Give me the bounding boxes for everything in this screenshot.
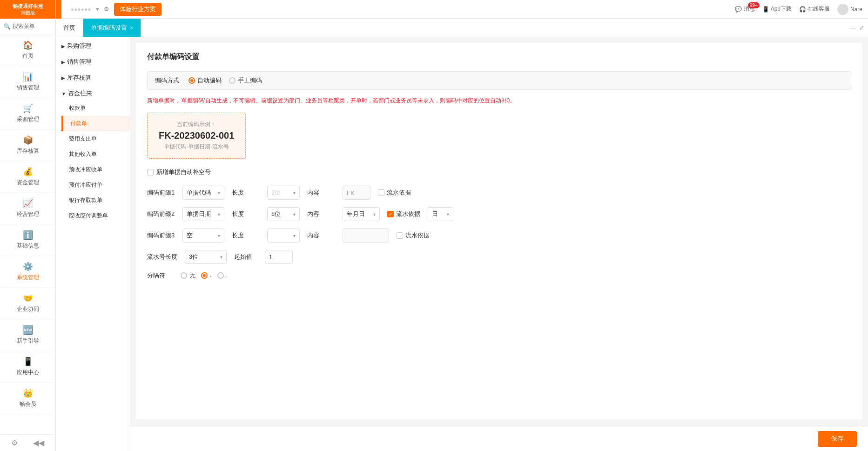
serial-row: 流水号长度 3位 ▾ 起始值 1 <box>147 250 851 264</box>
sub-item-other-income[interactable]: 其他收入单 <box>61 147 130 162</box>
sub-sidebar: ▶ 采购管理 ▶ 销售管理 ▶ 库存核算 ▼ 资金往来 收款单 付款单 费用支出… <box>56 37 130 451</box>
sub-item-expense[interactable]: 费用支出单 <box>61 131 130 147</box>
sidebar-item-member[interactable]: 👑 畅会员 <box>0 383 55 414</box>
auto-fill-checkbox[interactable] <box>147 169 154 175</box>
enterprise-icon: 🤝 <box>23 293 33 303</box>
sidebar-item-system[interactable]: ⚙️ 系统管理 <box>0 256 55 288</box>
sub-group-purchase[interactable]: ▶ 采购管理 <box>56 37 130 53</box>
content-select-2[interactable]: 年月日 ▾ <box>343 207 380 221</box>
waterfall-checkbox-2: ✓ <box>387 211 394 217</box>
prefix-row-2: 编码前缀2 单据日期 ▾ 长度 8位 ▾ 内容 年月日 ▾ ✓ 流水依据 日 ▾ <box>147 207 851 221</box>
sub-item-pre-recv[interactable]: 预收冲应收单 <box>61 162 130 177</box>
content-input-3 <box>343 229 389 242</box>
search-menu-btn[interactable]: 🔍 搜索菜单 <box>0 19 55 34</box>
waterfall-checkbox-3 <box>397 232 403 239</box>
auto-encode-radio-circle <box>188 77 195 84</box>
serial-length-select[interactable]: 3位 ▾ <box>185 250 227 264</box>
separator-none-radio[interactable]: 无 <box>181 271 195 280</box>
waterfall-check-3[interactable]: 流水依据 <box>397 231 430 240</box>
waterfall-unit-select[interactable]: 日 ▾ <box>428 207 453 221</box>
chevron-down-icon: ▾ <box>218 233 220 238</box>
chevron-down-icon: ▾ <box>218 190 220 195</box>
auto-encode-radio[interactable]: 自动编码 <box>188 76 222 85</box>
chevron-down-icon: ▾ <box>293 233 296 238</box>
sub-group-inventory[interactable]: ▶ 库存核算 <box>56 69 130 85</box>
sub-group-capital[interactable]: ▼ 资金往来 <box>56 85 130 101</box>
collapse-arrow-icon: ▼ <box>61 91 66 96</box>
start-value-input[interactable]: 1 <box>265 250 293 264</box>
online-service-btn[interactable]: 🎧 在线客服 <box>799 5 830 13</box>
app-download-btn[interactable]: 📱 App下载 <box>762 5 792 13</box>
waterfall-checkbox-1 <box>378 189 384 196</box>
sub-item-receipt[interactable]: 收款单 <box>61 101 130 116</box>
collapse-icon[interactable]: ◀◀ <box>33 438 44 447</box>
sales-icon: 📊 <box>23 72 33 82</box>
minimize-icon[interactable]: — <box>849 24 855 31</box>
main-content: 付款单编码设置 编码方式 自动编码 手工编码 新增单据时，'单据编码'自动生成，… <box>130 37 868 451</box>
sidebar-item-home[interactable]: 🏠 首页 <box>0 34 55 66</box>
member-icon: 👑 <box>23 388 33 398</box>
manual-encode-radio[interactable]: 手工编码 <box>229 76 262 85</box>
prefix-select-3[interactable]: 空 ▾ <box>182 229 224 242</box>
sidebar-logo: 畅捷通好生意 插图版 <box>0 0 55 19</box>
experience-btn[interactable]: 体验行业方案 <box>114 3 161 16</box>
separator-dot2-radio[interactable]: · <box>217 272 228 279</box>
sidebar-item-sales[interactable]: 📊 销售管理 <box>0 66 55 98</box>
user-avatar[interactable]: Nare <box>837 4 862 15</box>
chevron-down-icon: ▾ <box>293 190 296 195</box>
settings-bottom-icon[interactable]: ⚙ <box>11 438 18 447</box>
chevron-down-icon: ▾ <box>373 212 376 217</box>
preview-desc: 单据代码-单据日期-流水号 <box>159 143 234 151</box>
preview-code: FK-20230602-001 <box>159 130 234 141</box>
sidebar-item-apps[interactable]: 📱 应用中心 <box>0 351 55 383</box>
content-label-2: 内容 <box>307 210 335 218</box>
separator-none-circle <box>181 272 187 279</box>
sub-item-payment[interactable]: 付款单 <box>61 116 130 131</box>
length-select-1[interactable]: 2位 ▾ <box>267 186 300 200</box>
settings-icon[interactable]: ⚙ <box>104 6 109 13</box>
search-icon: 🔍 <box>4 23 11 30</box>
separator-dot-circle <box>201 272 208 279</box>
save-button[interactable]: 保存 <box>818 431 857 447</box>
sidebar-item-purchase[interactable]: 🛒 采购管理 <box>0 98 55 129</box>
sidebar-item-operation[interactable]: 📈 经营管理 <box>0 193 55 224</box>
prefix-label-3: 编码前缀3 <box>147 231 175 240</box>
tab-actions: — ⤢ <box>846 19 868 37</box>
sidebar-item-finance[interactable]: 💰 资金管理 <box>0 161 55 193</box>
tab-home[interactable]: 首页 <box>56 19 83 37</box>
topbar: 畅捷通好生意 插图版 ●●●●●● ▾ ⚙ 体验行业方案 💬 消息 99+ 📱 … <box>0 0 868 19</box>
sub-group-sales[interactable]: ▶ 销售管理 <box>56 53 130 69</box>
purchase-icon: 🛒 <box>23 103 33 114</box>
separator-dot-radio[interactable]: · <box>201 272 212 279</box>
sidebar-item-basic[interactable]: ℹ️ 基础信息 <box>0 224 55 256</box>
waterfall-check-1[interactable]: 流水依据 <box>378 188 411 197</box>
sidebar-item-newguide[interactable]: 🆕 新手引导 <box>0 319 55 351</box>
topbar-right: 💬 消息 99+ 📱 App下载 🎧 在线客服 Nare <box>735 4 862 15</box>
tab-close-icon[interactable]: × <box>130 25 133 31</box>
message-btn[interactable]: 💬 消息 99+ <box>735 5 755 13</box>
message-icon: 💬 <box>735 6 742 13</box>
prefix-row-3: 编码前缀3 空 ▾ 长度 ▾ 内容 流水依据 <box>147 229 851 242</box>
chevron-down-icon: ▾ <box>218 212 220 217</box>
separator-dot2-circle <box>217 272 224 279</box>
content-input-1: FK <box>343 186 370 200</box>
length-label-2: 长度 <box>232 210 260 218</box>
separator-row: 分隔符 无 · · <box>147 271 851 280</box>
chevron-down-icon[interactable]: ▾ <box>96 6 99 13</box>
tab-encoding-settings[interactable]: 单据编码设置 × <box>83 19 141 37</box>
waterfall-check-2[interactable]: ✓ 流水依据 <box>387 210 420 218</box>
content-panel: 付款单编码设置 编码方式 自动编码 手工编码 新增单据时，'单据编码'自动生成，… <box>136 43 862 419</box>
basic-icon: ℹ️ <box>23 230 33 240</box>
prefix-select-1[interactable]: 单据代码 ▾ <box>182 186 224 200</box>
length-select-2[interactable]: 8位 ▾ <box>267 207 300 221</box>
sub-item-adjust[interactable]: 应收应付调整单 <box>61 208 130 223</box>
sub-item-pre-pay[interactable]: 预付冲应付单 <box>61 177 130 193</box>
sub-item-bank[interactable]: 银行存取款单 <box>61 193 130 208</box>
sidebar-item-inventory[interactable]: 📦 库存核算 <box>0 129 55 161</box>
encoding-mode-bar: 编码方式 自动编码 手工编码 <box>147 71 851 90</box>
sidebar-item-enterprise[interactable]: 🤝 企业协同 <box>0 288 55 319</box>
prefix-select-2[interactable]: 单据日期 ▾ <box>182 207 224 221</box>
expand-icon[interactable]: ⤢ <box>859 24 864 31</box>
chevron-down-icon: ▾ <box>220 255 222 260</box>
length-select-3[interactable]: ▾ <box>267 229 300 242</box>
